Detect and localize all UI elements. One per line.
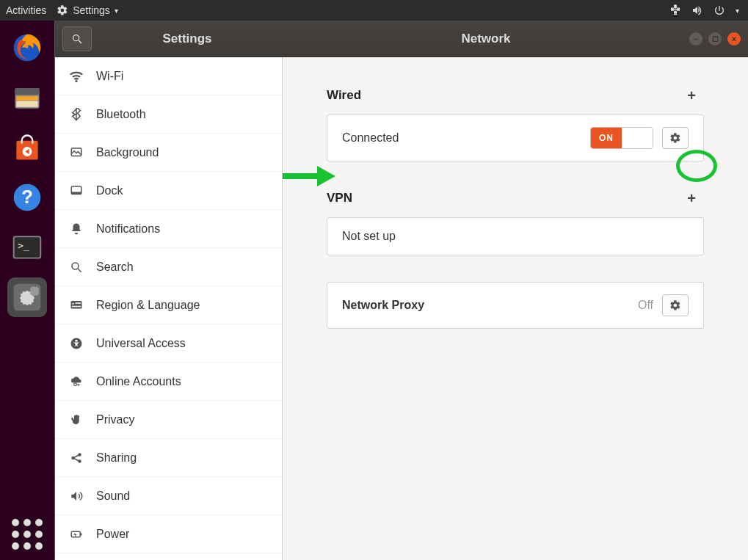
accessibility-icon xyxy=(68,337,84,350)
network-icon[interactable] xyxy=(669,4,681,16)
hand-icon xyxy=(68,413,84,426)
sidebar-item-label: Sharing xyxy=(96,451,137,465)
window-close-button[interactable]: × xyxy=(727,32,741,46)
sidebar-item-region[interactable]: Region & Language xyxy=(55,286,282,324)
sidebar-item-online-accounts[interactable]: Online Accounts xyxy=(55,363,282,401)
globe-icon xyxy=(68,299,84,312)
terminal-icon: >_ xyxy=(11,231,43,263)
dock-files[interactable] xyxy=(7,78,47,117)
wired-settings-button[interactable] xyxy=(662,127,689,149)
window-title-sidebar: Settings xyxy=(92,32,283,46)
dock-software[interactable] xyxy=(7,128,47,167)
sidebar-item-power[interactable]: Power xyxy=(55,515,282,553)
titlebar: Settings Network – ◻ × xyxy=(55,21,748,57)
svg-rect-38 xyxy=(81,533,82,535)
activities-label: Activities xyxy=(6,4,46,16)
svg-rect-6 xyxy=(15,88,40,95)
sidebar-item-label: Universal Access xyxy=(96,337,186,350)
sidebar-item-wifi[interactable]: Wi-Fi xyxy=(55,57,282,95)
sidebar-item-sound[interactable]: Sound xyxy=(55,477,282,515)
dock-help[interactable]: ? xyxy=(7,178,47,217)
svg-rect-3 xyxy=(674,11,676,13)
svg-marker-40 xyxy=(317,166,335,186)
settings-sidebar: Wi-Fi Bluetooth Background Dock Notifica… xyxy=(55,57,283,560)
help-icon: ? xyxy=(11,181,43,214)
dock-terminal[interactable]: >_ xyxy=(7,228,47,267)
dock: ? >_ xyxy=(0,21,54,560)
svg-rect-25 xyxy=(76,302,81,304)
vpn-section-title: VPN xyxy=(327,191,352,206)
svg-point-28 xyxy=(76,339,78,341)
vpn-status-row: Not set up xyxy=(327,217,704,255)
add-wired-button[interactable]: + xyxy=(679,85,704,106)
svg-rect-7 xyxy=(16,96,37,101)
chevron-down-icon: ▾ xyxy=(115,7,118,15)
app-menu-label: Settings xyxy=(73,4,110,16)
shopping-bag-icon xyxy=(11,131,43,164)
sidebar-item-label: Wi-Fi xyxy=(96,70,123,83)
power-icon[interactable] xyxy=(713,4,725,16)
wired-status: Connected xyxy=(342,131,399,145)
sidebar-item-label: Bluetooth xyxy=(96,108,146,121)
cloud-key-icon xyxy=(68,375,84,388)
proxy-label: Network Proxy xyxy=(342,299,424,312)
gnome-top-bar: Activities Settings ▾ ▾ xyxy=(0,0,748,21)
app-menu[interactable]: Settings ▾ xyxy=(57,4,118,16)
search-icon xyxy=(71,33,83,45)
wired-toggle[interactable]: ON xyxy=(590,127,653,149)
settings-window: Settings Network – ◻ × Wi-Fi Bluetooth B… xyxy=(54,21,748,560)
sidebar-item-label: Privacy xyxy=(96,413,134,426)
battery-icon xyxy=(68,528,84,541)
wired-section-title: Wired xyxy=(327,88,361,103)
svg-rect-2 xyxy=(674,4,676,7)
sound-icon xyxy=(68,490,84,503)
svg-rect-1 xyxy=(678,8,680,10)
sidebar-item-label: Online Accounts xyxy=(96,375,181,388)
svg-point-29 xyxy=(74,382,77,385)
svg-line-36 xyxy=(74,458,79,460)
files-icon xyxy=(11,81,43,114)
toggle-on-label: ON xyxy=(591,128,622,148)
vpn-status: Not set up xyxy=(342,230,396,243)
sidebar-item-label: Search xyxy=(96,261,134,274)
svg-rect-0 xyxy=(671,8,673,10)
sidebar-item-bluetooth[interactable]: Bluetooth xyxy=(55,95,282,134)
proxy-settings-button[interactable] xyxy=(662,294,689,316)
sidebar-item-background[interactable]: Background xyxy=(55,134,282,172)
dock-firefox[interactable] xyxy=(7,28,47,68)
sidebar-item-label: Sound xyxy=(96,490,130,503)
network-proxy-row[interactable]: Network Proxy Off xyxy=(327,282,704,329)
bluetooth-icon xyxy=(68,108,84,121)
gear-icon xyxy=(669,299,681,311)
sidebar-item-notifications[interactable]: Notifications xyxy=(55,210,282,248)
wired-connection-row: Connected ON xyxy=(327,114,704,161)
svg-line-22 xyxy=(78,269,81,272)
sidebar-item-label: Power xyxy=(96,528,129,541)
annotation-arrow xyxy=(283,161,335,191)
svg-rect-20 xyxy=(71,192,81,194)
svg-text:?: ? xyxy=(21,186,33,207)
activities-button[interactable]: Activities xyxy=(6,4,46,16)
window-minimize-button[interactable]: – xyxy=(689,32,702,46)
sidebar-item-search[interactable]: Search xyxy=(55,248,282,286)
svg-rect-23 xyxy=(71,301,82,309)
window-title-panel: Network xyxy=(283,32,689,46)
svg-rect-8 xyxy=(16,101,37,107)
sidebar-item-dock[interactable]: Dock xyxy=(55,172,282,210)
search-button[interactable] xyxy=(62,26,92,51)
sidebar-item-sharing[interactable]: Sharing xyxy=(55,439,282,477)
window-maximize-button[interactable]: ◻ xyxy=(708,32,722,46)
svg-line-35 xyxy=(74,455,79,457)
volume-icon[interactable] xyxy=(691,4,703,16)
settings-icon xyxy=(57,4,68,16)
sidebar-item-label: Region & Language xyxy=(96,299,200,312)
add-vpn-button[interactable]: + xyxy=(679,188,704,208)
sidebar-item-universal-access[interactable]: Universal Access xyxy=(55,324,282,363)
dock-settings[interactable] xyxy=(7,277,47,317)
show-applications-button[interactable] xyxy=(0,519,54,550)
system-menu-chevron-icon[interactable]: ▾ xyxy=(736,7,739,15)
sidebar-item-privacy[interactable]: Privacy xyxy=(55,401,282,439)
firefox-icon xyxy=(11,32,43,64)
settings-app-icon xyxy=(11,281,43,313)
svg-rect-26 xyxy=(72,305,81,307)
